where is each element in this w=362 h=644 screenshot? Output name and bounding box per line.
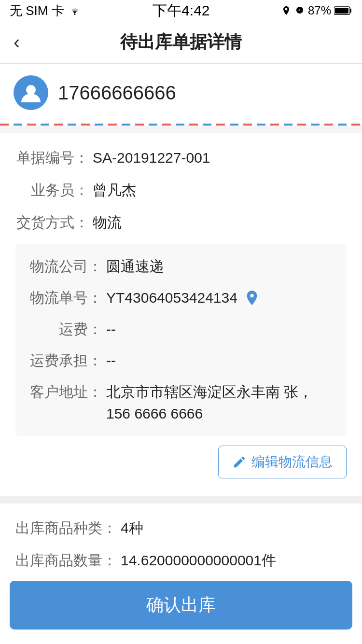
product-quantity-label: 出库商品数量： (15, 549, 121, 571)
address-label: 客户地址： (29, 381, 106, 403)
svg-point-4 (26, 85, 36, 95)
product-quantity-value: 14.620000000000001件 (121, 549, 347, 571)
salesman-value: 曾凡杰 (93, 179, 347, 201)
status-bar: 无 SIM 卡 下午4:42 87% (0, 0, 362, 21)
freight-bear-row: 运费承担： -- (29, 350, 333, 371)
svg-rect-3 (335, 8, 348, 14)
freight-row: 运费： -- (29, 318, 333, 340)
confirm-out-button[interactable]: 确认出库 (10, 581, 352, 630)
product-type-row: 出库商品种类： 4种 (15, 517, 347, 539)
tracking-label: 物流单号： (29, 287, 106, 308)
user-phone: 17666666666 (58, 82, 176, 104)
delivery-label: 交货方式： (15, 211, 93, 233)
back-button[interactable]: ‹ (14, 31, 20, 53)
address-row: 客户地址： 北京市市辖区海淀区永丰南 张，156 6666 6666 (29, 381, 333, 424)
freight-bear-label: 运费承担： (29, 350, 106, 371)
location-status-icon (281, 5, 292, 16)
dashed-separator (0, 122, 362, 126)
order-no-value: SA-20191227-001 (93, 147, 347, 168)
address-value: 北京市市辖区海淀区永丰南 张，156 6666 6666 (106, 381, 333, 424)
svg-rect-2 (350, 9, 351, 13)
sim-label: 无 SIM 卡 (10, 2, 64, 19)
basic-info-section: 单据编号： SA-20191227-001 业务员： 曾凡杰 交货方式： 物流 … (0, 133, 362, 496)
logistics-company-row: 物流公司： 圆通速递 (29, 255, 333, 277)
logistics-company-value: 圆通速递 (106, 255, 333, 277)
section-divider (0, 496, 362, 504)
tracking-row: 物流单号： YT43064053424134 (29, 287, 333, 308)
delivery-value: 物流 (93, 211, 347, 233)
status-time: 下午4:42 (153, 1, 209, 21)
edit-icon (232, 455, 247, 469)
user-header: 17666666666 (0, 64, 362, 122)
nav-bar: ‹ 待出库单据详情 (0, 21, 362, 64)
order-no-row: 单据编号： SA-20191227-001 (15, 147, 347, 168)
salesman-label: 业务员： (15, 179, 93, 201)
user-avatar-icon (19, 81, 42, 104)
product-quantity-row: 出库商品数量： 14.620000000000001件 (15, 549, 347, 571)
freight-bear-value: -- (106, 350, 333, 371)
confirm-btn-wrapper: 确认出库 (0, 573, 362, 644)
avatar (14, 75, 48, 110)
delivery-row: 交货方式： 物流 (15, 211, 347, 233)
status-right: 87% (281, 4, 352, 17)
freight-label: 运费： (29, 318, 106, 340)
freight-value: -- (106, 318, 333, 340)
product-type-label: 出库商品种类： (15, 517, 121, 539)
edit-logistics-button[interactable]: 编辑物流信息 (218, 446, 347, 478)
status-left: 无 SIM 卡 (10, 2, 82, 19)
battery-label: 87% (308, 4, 331, 17)
map-pin-icon[interactable] (243, 289, 261, 307)
order-no-label: 单据编号： (15, 147, 93, 168)
salesman-row: 业务员： 曾凡杰 (15, 179, 347, 201)
battery-icon (334, 6, 352, 15)
tracking-value: YT43064053424134 (106, 287, 333, 308)
logistics-box: 物流公司： 圆通速递 物流单号： YT43064053424134 运费： --… (15, 244, 347, 436)
svg-point-0 (74, 14, 75, 15)
alarm-icon (294, 5, 305, 16)
edit-logistics-btn-row: 编辑物流信息 (15, 436, 347, 482)
product-type-value: 4种 (121, 517, 347, 539)
logistics-company-label: 物流公司： (29, 255, 106, 277)
wifi-icon (68, 6, 82, 15)
edit-logistics-label: 编辑物流信息 (251, 453, 333, 471)
page-title: 待出库单据详情 (120, 30, 242, 54)
